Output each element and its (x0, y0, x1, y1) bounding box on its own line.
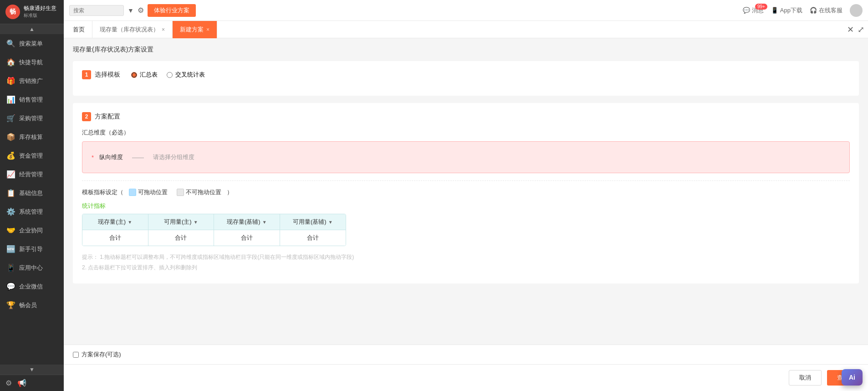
fixed-box (177, 189, 184, 196)
indicator-label-end: ） (227, 188, 233, 196)
speaker-icon[interactable]: 📢 (17, 379, 26, 387)
trophy-icon: 🏆 (6, 301, 15, 309)
sidebar-item-corp[interactable]: 🤝 企业协同 (0, 221, 64, 240)
message-button[interactable]: 💬 消息 99+ (743, 6, 764, 15)
sidebar-item-wechat[interactable]: 💬 企业微信 (0, 277, 64, 296)
online-service-button[interactable]: 🎧 在线客服 (810, 6, 842, 15)
sidebar-footer: ⚙ 📢 (0, 375, 64, 391)
stats-table-header: 现存量(主) ▼ 可用量(主) ▼ 现存量(基辅) ▼ 可用量(基辅) ▼ (82, 214, 346, 230)
topbar-gear-button[interactable]: ⚙ (138, 6, 144, 15)
phone-icon: 📱 (771, 7, 778, 14)
sidebar-item-guide[interactable]: 🆕 新手引导 (0, 240, 64, 258)
sidebar-item-label: 快捷导航 (19, 58, 43, 67)
doc-icon: 📋 (6, 189, 15, 197)
col-header-3[interactable]: 现存量(基辅) ▼ (214, 214, 280, 230)
service-label: 在线客服 (819, 6, 842, 15)
hints-area: 提示： 1.拖动标题栏可以调整布局，不可跨维度或指标区域拖动栏目字段(只能在同一… (82, 253, 850, 272)
sidebar-item-inventory[interactable]: 📦 库存核算 (0, 128, 64, 146)
sidebar-item-label: 经营管理 (19, 170, 43, 179)
step2-card: 2 方案配置 汇总维度（必选） * 纵向维度 —— 请选择分组维度 模板指标设定… (73, 103, 859, 283)
chevron-icon-4: ▼ (328, 220, 333, 225)
new-icon: 🆕 (6, 245, 15, 253)
col4-label: 可用量(基辅) (293, 218, 327, 226)
col-cell-3: 合计 (214, 230, 280, 246)
content-area: 现存量(库存状况表)方案设置 1 选择模板 汇总表 交叉统计表 (64, 38, 868, 345)
stats-table-body: 合计 合计 合计 合计 (82, 230, 346, 246)
sidebar-item-shortcut[interactable]: 🏠 快捷导航 (0, 53, 64, 72)
tab-new-scheme[interactable]: 新建方案 × (173, 21, 217, 38)
user-menu[interactable] (850, 4, 863, 17)
col-cell-2: 合计 (148, 230, 214, 246)
tab-home[interactable]: 首页 (64, 21, 92, 38)
movable-box (129, 189, 136, 196)
money-icon: 💰 (6, 151, 15, 160)
topbar-search-input[interactable] (69, 5, 124, 16)
sidebar-item-management[interactable]: 📈 经营管理 (0, 165, 64, 184)
sidebar-scroll-down[interactable]: ▼ (0, 365, 64, 375)
movable-label: 可拖动位置 (138, 188, 168, 196)
stats-label: 统计指标 (82, 202, 850, 210)
app-name: 畅康通好生意 (24, 5, 56, 12)
step2-num: 2 (82, 112, 91, 121)
dim-star: * (92, 154, 94, 161)
cart-icon: 🛒 (6, 114, 15, 123)
sidebar-item-finance[interactable]: 💰 资金管理 (0, 146, 64, 165)
sidebar-item-basic[interactable]: 📋 基础信息 (0, 184, 64, 202)
sidebar-item-search[interactable]: 🔍 搜索菜单 (0, 34, 64, 53)
save-checkbox-text: 方案保存(可选) (82, 350, 121, 359)
radio-cross[interactable]: 交叉统计表 (167, 71, 205, 79)
stats-table: 现存量(主) ▼ 可用量(主) ▼ 现存量(基辅) ▼ 可用量(基辅) ▼ (82, 214, 346, 246)
tab-inventory-status[interactable]: 现存量（库存状况表） × (92, 21, 173, 38)
hint-1: 提示： 1.拖动标题栏可以调整布局，不可跨维度或指标区域拖动栏目字段(只能在同一… (82, 253, 850, 261)
sidebar-nav: 🔍 搜索菜单 🏠 快捷导航 🎁 营销推广 📊 销售管理 🛒 采购管理 📦 库存核… (0, 34, 64, 365)
settings-icon[interactable]: ⚙ (5, 379, 12, 387)
sidebar-item-purchase[interactable]: 🛒 采购管理 (0, 109, 64, 128)
col1-label: 现存量(主) (98, 218, 126, 226)
phone-icon: 📱 (6, 263, 15, 272)
dim-area[interactable]: * 纵向维度 —— 请选择分组维度 (82, 141, 850, 173)
sidebar-item-label: 企业微信 (19, 283, 43, 291)
sidebar-item-sales[interactable]: 📊 销售管理 (0, 90, 64, 109)
radio-cross-label: 交叉统计表 (175, 71, 205, 79)
save-checkbox-label[interactable]: 方案保存(可选) (73, 350, 859, 359)
movable-badge: 可拖动位置 (129, 188, 168, 196)
sidebar-item-label: 库存核算 (19, 133, 43, 141)
trial-button[interactable]: 体验行业方案 (148, 4, 196, 17)
cancel-button[interactable]: 取消 (789, 370, 822, 386)
sidebar-item-label: 搜索菜单 (19, 40, 43, 48)
col-cell-1: 合计 (82, 230, 148, 246)
save-checkbox-input[interactable] (73, 352, 79, 358)
sidebar-item-system[interactable]: ⚙️ 系统管理 (0, 202, 64, 221)
home-icon: 🏠 (6, 58, 15, 67)
user-avatar (850, 4, 863, 17)
radio-summary[interactable]: 汇总表 (131, 71, 158, 79)
col2-label: 可用量(主) (164, 218, 192, 226)
topbar-dropdown-button[interactable]: ▼ (128, 7, 134, 14)
step1-title: 选择模板 (95, 71, 120, 79)
col-header-4[interactable]: 可用量(基辅) ▼ (280, 214, 346, 230)
tab-close-panel-button[interactable]: ✕ (847, 25, 854, 35)
trend-icon: 📈 (6, 170, 15, 179)
sidebar-item-member[interactable]: 🏆 畅会员 (0, 296, 64, 314)
page-title: 现存量(库存状况表)方案设置 (73, 46, 859, 54)
col-header-2[interactable]: 可用量(主) ▼ (148, 214, 214, 230)
save-section: 方案保存(可选) (64, 345, 868, 364)
chevron-icon-1: ▼ (128, 220, 132, 225)
tab-new-scheme-close[interactable]: × (206, 26, 209, 33)
sidebar-item-apps[interactable]: 📱 应用中心 (0, 258, 64, 277)
tab-inventory-close[interactable]: × (162, 26, 165, 33)
tab-expand-button[interactable]: ⤢ (858, 25, 864, 35)
indicator-row: 模板指标设定（ 可拖动位置 不可拖动位置 ） (82, 188, 850, 196)
main-area: ▼ ⚙ 体验行业方案 💬 消息 99+ 📱 App下载 🎧 在线客服 (64, 0, 868, 391)
col-header-1[interactable]: 现存量(主) ▼ (82, 214, 148, 230)
step2-title: 方案配置 (95, 113, 120, 121)
gift-icon: 🎁 (6, 77, 15, 85)
chevron-icon-2: ▼ (194, 220, 198, 225)
ai-float-button[interactable]: Ai (842, 369, 863, 386)
app-download-button[interactable]: 📱 App下载 (771, 6, 802, 15)
tab-bar: 首页 现存量（库存状况表） × 新建方案 × ✕ ⤢ (64, 21, 868, 38)
sidebar-scroll-up[interactable]: ▲ (0, 24, 64, 34)
sidebar-item-marketing[interactable]: 🎁 营销推广 (0, 72, 64, 90)
message-badge: 99+ (755, 4, 767, 10)
section-divider (82, 180, 850, 181)
